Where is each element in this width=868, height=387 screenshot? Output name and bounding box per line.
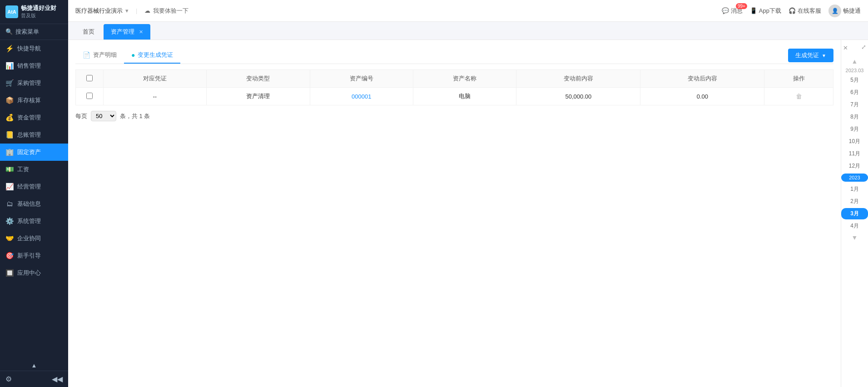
message-icon: 💬 [722,7,729,14]
sidebar-item-fund[interactable]: 💰 资金管理 [0,109,68,126]
timeline-scroll-down[interactable]: ▼ [850,232,860,243]
row-action: 🗑 [764,88,833,105]
row-after: 0.00 [640,88,764,105]
cloud-icon: ☁ [144,7,150,14]
sidebar-item-cooperation-label: 企业协同 [17,234,41,243]
app-center-icon: 🔲 [5,269,14,277]
sidebar-scroll-up[interactable]: ▲ [0,360,68,371]
app-download-button[interactable]: 📱 App下载 [750,7,781,15]
avatar: 👤 [828,5,841,17]
cooperation-icon: 🤝 [5,234,14,243]
sidebar-item-purchase[interactable]: 🛒 采购管理 [0,74,68,92]
sidebar-item-sales[interactable]: 📊 销售管理 [0,57,68,74]
generate-voucher-button[interactable]: 生成凭证 ▼ [788,49,833,62]
total-label: 条，共 1 条 [120,112,150,120]
table-row: -- 资产清理 000001 电脑 50,000.00 0.00 🗑 [76,88,833,105]
timeline-close-icon[interactable]: ✕ [843,45,848,51]
search-menu[interactable]: 🔍 搜索菜单 [0,24,68,40]
timeline-month-8[interactable]: 8月 [841,111,868,123]
timeline-month-10[interactable]: 10月 [841,136,868,147]
sub-tab-change-voucher[interactable]: ● 变更生成凭证 [124,47,180,64]
timeline-panel: ✕ ⤢ ▲ 2023.03 5月 6月 7月 8月 9月 10月 11月 12月… [841,40,868,387]
headset-icon: 🎧 [789,7,796,14]
app-download-label: App下载 [759,7,781,15]
sidebar-item-guide-label: 新手引导 [17,252,41,260]
header-right: 💬 消息 99+ 📱 App下载 🎧 在线客服 👤 畅捷通 [722,5,861,17]
row-checkbox[interactable] [86,93,93,99]
sidebar-item-app-center-label: 应用中心 [17,269,41,277]
sidebar-item-quick-nav-label: 快捷导航 [17,45,41,53]
year-label-2023-before: 2023.03 [846,68,864,73]
sidebar-item-system[interactable]: ⚙️ 系统管理 [0,213,68,230]
generate-voucher-label: 生成凭证 [795,51,819,60]
company-name: 医疗器械行业演示 [75,7,123,15]
customer-service-button[interactable]: 🎧 在线客服 [789,7,821,15]
sidebar-item-ledger[interactable]: 📒 总账管理 [0,126,68,144]
demo-label: 我要体验一下 [153,7,188,15]
timeline-month-4[interactable]: 4月 [841,220,868,232]
sidebar-item-quick-nav[interactable]: ⚡ 快捷导航 [0,40,68,57]
company-selector[interactable]: 医疗器械行业演示 ▾ [75,7,129,15]
tab-close-icon[interactable]: ✕ [139,29,143,35]
timeline-month-5[interactable]: 5月 [841,74,868,86]
col-header-name: 资产名称 [413,70,516,88]
toolbar: 生成凭证 ▼ [788,49,833,62]
row-type: 资产清理 [207,88,310,105]
system-icon: ⚙️ [5,217,14,225]
sub-tab-asset-detail[interactable]: 📄 资产明细 [75,47,124,64]
timeline-month-11[interactable]: 11月 [841,148,868,159]
tab-home[interactable]: 首页 [75,24,102,40]
content-area: 📄 资产明细 ● 变更生成凭证 生成凭证 ▼ [68,40,868,387]
row-check-cell [76,88,104,105]
guide-icon: 🎯 [5,252,14,260]
sidebar-item-operation-label: 经营管理 [17,183,41,191]
delete-icon[interactable]: 🗑 [796,93,802,100]
sidebar-item-base-info[interactable]: 🗂 基础信息 [0,195,68,213]
demo-button[interactable]: ☁ 我要体验一下 [144,7,188,15]
timeline-current-year[interactable]: 2023 [841,174,868,182]
header-separator: | [136,7,137,14]
col-header-type: 变动类型 [207,70,310,88]
row-voucher: -- [103,88,206,105]
timeline-month-9[interactable]: 9月 [841,124,868,135]
sidebar-item-fixed-assets[interactable]: 🏢 固定资产 [0,144,68,161]
table-header-row: 对应凭证 变动类型 资产编号 资产名称 变动前内容 变动后内容 操作 [76,70,833,88]
sidebar-item-sales-label: 销售管理 [17,62,41,70]
timeline-month-3[interactable]: 3月 [841,208,868,219]
sidebar-item-operation[interactable]: 📈 经营管理 [0,178,68,195]
select-all-checkbox[interactable] [86,75,93,81]
timeline-month-7[interactable]: 7月 [841,99,868,110]
row-before: 50,000.00 [516,88,640,105]
timeline-scroll-up[interactable]: ▲ [850,56,860,67]
change-voucher-table: 对应凭证 变动类型 资产编号 资产名称 变动前内容 变动后内容 操作 [75,69,833,105]
per-page-select[interactable]: 50 10 20 100 [91,111,116,121]
sidebar-item-guide[interactable]: 🎯 新手引导 [0,247,68,264]
inventory-icon: 📦 [5,96,14,104]
tab-bar: 首页 资产管理 ✕ [68,22,868,40]
messages-button[interactable]: 💬 消息 99+ [722,7,743,15]
timeline-month-12[interactable]: 12月 [841,160,868,172]
col-header-voucher: 对应凭证 [103,70,206,88]
row-name: 电脑 [413,88,516,105]
generate-dropdown-icon: ▼ [822,53,826,58]
collapse-icon[interactable]: ◀◀ [52,375,63,383]
timeline-month-1[interactable]: 1月 [841,184,868,195]
operation-icon: 📈 [5,183,14,191]
sidebar-bottom: ⚙ ◀◀ [0,371,68,387]
sidebar-item-salary[interactable]: 💵 工资 [0,161,68,178]
timeline-month-6[interactable]: 6月 [841,87,868,98]
ledger-icon: 📒 [5,131,14,139]
user-menu[interactable]: 👤 畅捷通 [828,5,861,17]
edition-label: 普及版 [21,12,56,19]
asset-detail-icon: 📄 [83,51,90,59]
sidebar-item-app-center[interactable]: 🔲 应用中心 [0,264,68,282]
table-header: 对应凭证 变动类型 资产编号 资产名称 变动前内容 变动后内容 操作 [76,70,833,88]
tab-asset-mgmt[interactable]: 资产管理 ✕ [104,24,150,40]
timeline-expand-icon[interactable]: ⤢ [861,44,866,50]
sidebar-item-inventory[interactable]: 📦 库存核算 [0,92,68,109]
timeline-month-2[interactable]: 2月 [841,196,868,207]
sidebar-item-cooperation[interactable]: 🤝 企业协同 [0,230,68,247]
settings-icon[interactable]: ⚙ [5,375,12,383]
sub-tab-bar: 📄 资产明细 ● 变更生成凭证 生成凭证 ▼ [75,47,833,64]
sub-tab-asset-detail-label: 资产明细 [93,51,117,59]
